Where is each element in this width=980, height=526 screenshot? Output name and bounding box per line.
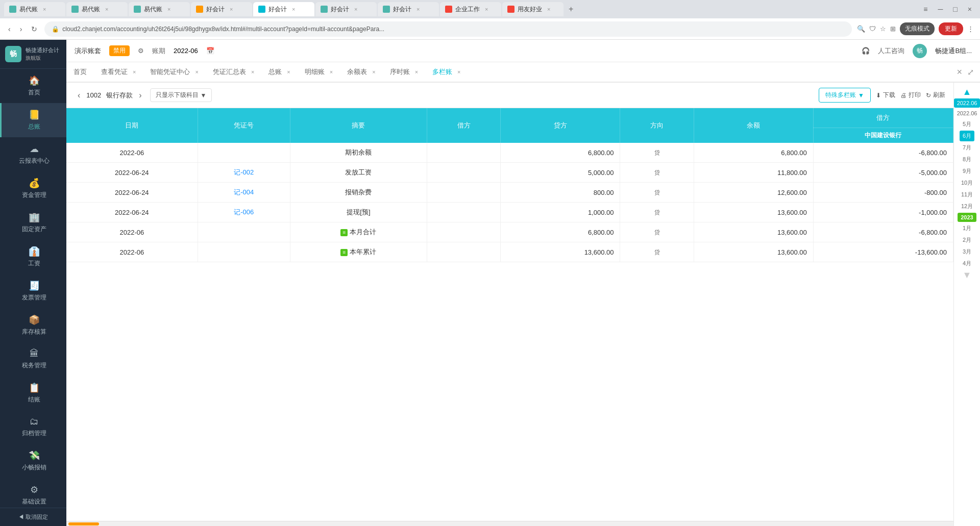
forward-button[interactable]: › xyxy=(18,23,24,35)
refresh-button[interactable]: ↻ xyxy=(29,23,39,35)
scroll-date-3[interactable]: 3月 xyxy=(960,246,974,257)
scroll-date-6[interactable]: 6月 xyxy=(960,131,974,141)
url-bar[interactable]: 🔒 cloud2.chanjet.com/accounting/uh26t264… xyxy=(44,21,852,37)
filter-dropdown[interactable]: 只显示下级科目 ▼ xyxy=(150,88,212,102)
tab-detail-ledger-close[interactable]: × xyxy=(330,69,333,75)
star-icon[interactable]: ☆ xyxy=(880,25,886,33)
voucher-link[interactable]: 记-006 xyxy=(198,203,290,222)
scroll-up-button[interactable]: ▲ xyxy=(963,87,972,97)
scroll-date-4[interactable]: 4月 xyxy=(960,258,974,269)
voucher-link[interactable]: 记-004 xyxy=(198,183,290,203)
update-button[interactable]: 更新 xyxy=(939,22,963,35)
back-button[interactable]: ‹ xyxy=(6,23,13,35)
tab-balance[interactable]: 余额表 × xyxy=(340,62,382,83)
tab-general-ledger-close[interactable]: × xyxy=(287,69,290,75)
special-multicolumn-button[interactable]: 特殊多栏账 ▼ xyxy=(819,88,871,103)
tab-close-3[interactable]: × xyxy=(167,6,170,12)
tab-haokuaiji-2[interactable]: 好会计 × xyxy=(315,2,377,16)
scroll-year-2023[interactable]: 2023 xyxy=(958,213,976,222)
table-scrollbar[interactable] xyxy=(66,521,953,526)
download-button[interactable]: ⬇ 下载 xyxy=(876,91,895,99)
collapse-sidebar-button[interactable]: ◀ 取消固定 xyxy=(5,513,61,521)
tab-voucher-close[interactable]: × xyxy=(133,69,136,75)
tab-voucher-summary-close[interactable]: × xyxy=(251,69,254,75)
tab-yidaizhang-2[interactable]: 易代账 × xyxy=(66,2,128,16)
sidebar-item-cloud[interactable]: ☁ 云报表中心 xyxy=(0,137,66,171)
tab-enterprise[interactable]: 企业工作 × xyxy=(440,2,501,16)
sidebar-item-home[interactable]: 🏠 首页 xyxy=(0,69,66,103)
tab-haokuaiji-3[interactable]: 好会计 × xyxy=(378,2,439,16)
sidebar-item-ledger[interactable]: 📒 总账 xyxy=(0,103,66,137)
scroll-date-12[interactable]: 12月 xyxy=(958,201,976,212)
tab-yidaizhang-3[interactable]: 易代账 × xyxy=(129,2,190,16)
search-icon[interactable]: 🔍 xyxy=(857,25,865,33)
scroll-date-5[interactable]: 5月 xyxy=(960,119,974,130)
new-tab-button[interactable]: + xyxy=(565,3,577,16)
scroll-down-button[interactable]: ▼ xyxy=(963,270,972,281)
settings-gear-icon[interactable]: ⚙ xyxy=(138,47,144,55)
sidebar-item-fund[interactable]: 💰 资金管理 xyxy=(0,171,66,206)
menu-icon[interactable]: ⋮ xyxy=(967,25,974,33)
shield-icon[interactable]: 🛡 xyxy=(869,25,876,33)
close-panel-icon[interactable]: × xyxy=(957,67,962,78)
scrollbar-thumb[interactable] xyxy=(68,522,99,525)
sidebar-item-expense[interactable]: 💸 小畅报销 xyxy=(0,444,66,478)
scroll-date-11[interactable]: 11月 xyxy=(958,189,976,200)
sidebar-item-close[interactable]: 📋 结账 xyxy=(0,376,66,410)
print-button[interactable]: 🖨 打印 xyxy=(900,91,921,99)
sidebar-item-archive[interactable]: 🗂 归档管理 xyxy=(0,410,66,444)
calendar-icon[interactable]: 📅 xyxy=(206,47,214,55)
tab-smart-voucher-close[interactable]: × xyxy=(195,69,198,75)
tab-detail-ledger[interactable]: 明细账 × xyxy=(298,62,340,83)
tab-voucher[interactable]: 查看凭证 × xyxy=(94,62,143,83)
tab-close-8[interactable]: × xyxy=(485,6,488,12)
sidebar-item-invoice[interactable]: 🧾 发票管理 xyxy=(0,274,66,308)
scroll-date-9[interactable]: 9月 xyxy=(960,166,974,177)
sidebar-item-salary[interactable]: 👔 工资 xyxy=(0,240,66,274)
scroll-date-2[interactable]: 2月 xyxy=(960,235,974,245)
minimize-button[interactable]: ─ xyxy=(934,3,947,15)
tab-close-9[interactable]: × xyxy=(547,6,550,12)
scroll-date-2022-06-2[interactable]: 2022.06 xyxy=(954,109,980,118)
extension-icon[interactable]: ⊞ xyxy=(890,25,896,33)
restore-button[interactable]: □ xyxy=(949,3,961,15)
close-button[interactable]: × xyxy=(964,3,976,15)
tab-list-button[interactable]: ≡ xyxy=(919,3,932,15)
tab-haokuaiji-active[interactable]: 好会计 × xyxy=(253,2,314,16)
sidebar-item-inventory[interactable]: 📦 库存核算 xyxy=(0,308,66,342)
expand-panel-icon[interactable]: ⤢ xyxy=(967,67,974,77)
tab-yonyou[interactable]: 用友好业 × xyxy=(502,2,564,16)
scroll-date-2022-06-1[interactable]: 2022.06 xyxy=(954,98,980,108)
tab-sequence-close[interactable]: × xyxy=(415,69,418,75)
scroll-date-8[interactable]: 8月 xyxy=(960,154,974,165)
prev-account-button[interactable]: ‹ xyxy=(75,90,83,101)
help-label[interactable]: 人工咨询 xyxy=(878,46,904,56)
tab-haokuaiji-1[interactable]: 好会计 × xyxy=(191,2,252,16)
sidebar-item-tax[interactable]: 🏛 税务管理 xyxy=(0,342,66,376)
tab-general-ledger[interactable]: 总账 × xyxy=(261,62,297,83)
tab-close-6[interactable]: × xyxy=(354,6,357,12)
scroll-date-1[interactable]: 1月 xyxy=(960,223,974,234)
sidebar-item-assets[interactable]: 🏢 固定资产 xyxy=(0,206,66,240)
sidebar-nav: 🏠 首页 📒 总账 ☁ 云报表中心 💰 资金管理 🏢 固定资产 👔 工资 xyxy=(0,69,66,508)
voucher-link[interactable]: 记-002 xyxy=(198,163,290,183)
tab-home[interactable]: 首页 xyxy=(66,62,94,83)
tab-voucher-summary[interactable]: 凭证汇总表 × xyxy=(206,62,261,83)
sidebar-item-settings[interactable]: ⚙ 基础设置 xyxy=(0,478,66,508)
tab-sequence[interactable]: 序时账 × xyxy=(383,62,425,83)
tab-close-4[interactable]: × xyxy=(230,6,233,12)
scroll-date-7[interactable]: 7月 xyxy=(960,142,974,153)
tab-smart-voucher[interactable]: 智能凭证中心 × xyxy=(143,62,205,83)
tab-close-5[interactable]: × xyxy=(292,6,295,12)
tab-yidaizhang-1[interactable]: 易代账 × xyxy=(4,2,65,16)
refresh-button[interactable]: ↻ 刷新 xyxy=(926,91,945,99)
incognito-button[interactable]: 无痕模式 xyxy=(900,22,935,35)
tab-close-1[interactable]: × xyxy=(43,6,46,12)
tab-close-7[interactable]: × xyxy=(416,6,420,12)
tab-multi-column[interactable]: 多栏账 × xyxy=(425,62,468,83)
tab-balance-close[interactable]: × xyxy=(372,69,375,75)
tab-multi-column-close[interactable]: × xyxy=(457,69,460,75)
next-account-button[interactable]: › xyxy=(136,90,144,101)
scroll-date-10[interactable]: 10月 xyxy=(958,178,976,188)
tab-close-2[interactable]: × xyxy=(105,6,108,12)
